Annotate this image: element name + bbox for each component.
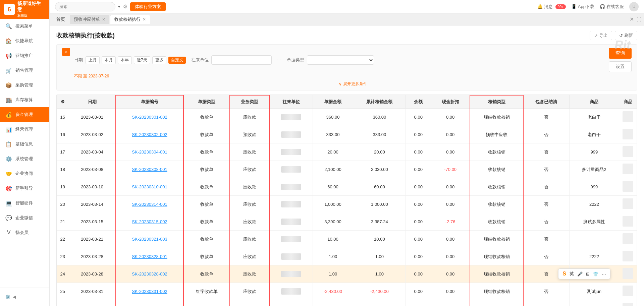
cell-doctype: 收款单 <box>183 213 230 231</box>
solution-button[interactable]: 体验行业方案 <box>130 2 166 11</box>
filter-date-7days[interactable]: 近7天 <box>134 56 150 64</box>
cell-goods2 <box>619 109 637 126</box>
cell-docno[interactable]: SK-20230314-001 <box>116 196 183 213</box>
sidebar-item-marketing[interactable]: 📢 营销推广 <box>0 48 49 63</box>
user-avatar[interactable]: U <box>629 2 639 11</box>
cell-goods2 <box>619 213 637 231</box>
tab-writeoff[interactable]: 收款核销执行 ✕ <box>110 15 150 24</box>
header-dropdown[interactable]: ▾ <box>118 4 120 9</box>
export-button[interactable]: ↗ 导出 <box>590 31 612 40</box>
sidebar-item-wechat[interactable]: 💬 企业微信 <box>0 210 49 225</box>
filter-date-thisyear[interactable]: 本年 <box>118 56 132 64</box>
sidebar-label-sales: 销售管理 <box>15 67 33 73</box>
cell-discount: -2.76 <box>431 213 470 231</box>
sidebar-label-inventory: 库存核算 <box>15 97 33 103</box>
sidebar-item-guide[interactable]: 🎯 新手引导 <box>0 181 49 196</box>
sidebar-label-quicknav: 快捷导航 <box>15 38 33 44</box>
vouchertype-select[interactable] <box>307 55 374 65</box>
tab-home[interactable]: 首页 <box>52 15 69 24</box>
cell-docno[interactable]: SK-20230301-002 <box>116 109 183 126</box>
sidebar-item-inventory[interactable]: 🏬 库存核算 <box>0 93 49 107</box>
filter-date-thismonth[interactable]: 本月 <box>102 56 116 64</box>
cell-docno[interactable]: SK-20230321-003 <box>116 231 183 248</box>
sidebar-item-collab[interactable]: 🤝 企业协同 <box>0 166 49 181</box>
cell-docno[interactable]: SK-20230403-002 <box>116 300 183 306</box>
cell-docno[interactable]: SK-20230302-002 <box>116 126 183 143</box>
cell-amount: 20.00 <box>313 300 353 306</box>
filter-date-custom[interactable]: 自定义 <box>168 57 186 64</box>
vouchertype-label: 单据类型 <box>287 57 304 63</box>
cell-balance: 0.00 <box>406 196 431 213</box>
th-writeofftype[interactable]: 核销类型 <box>470 95 523 109</box>
cell-docno[interactable]: SK-20230308-001 <box>116 161 183 178</box>
filter-date-lastmonth[interactable]: 上月 <box>86 56 100 64</box>
th-biztype[interactable]: 业务类型 <box>230 95 269 109</box>
cell-docno[interactable]: SK-20230328-002 <box>116 265 183 283</box>
ime-mic-icon[interactable]: 🎤 <box>577 271 583 277</box>
close-window-icon[interactable]: ✕ <box>630 16 634 22</box>
cell-docno[interactable]: SK-20230304-001 <box>116 143 183 161</box>
th-docno[interactable]: 单据编号 <box>116 95 183 109</box>
expand-icon: ∨ <box>339 82 342 86</box>
sidebar-item-member[interactable]: V 畅会员 <box>0 225 49 240</box>
partner-input[interactable] <box>211 55 272 65</box>
th-balance[interactable]: 余额 <box>406 95 431 109</box>
th-settings[interactable]: ⚙ <box>57 95 69 109</box>
cell-discount: 0.00 <box>431 126 470 143</box>
export-label: 导出 <box>599 33 608 39</box>
table-settings-button[interactable]: 设置 <box>609 61 632 72</box>
th-partner[interactable]: 往来单位 <box>269 95 313 109</box>
cell-biztype: 预收款 <box>230 300 269 306</box>
th-discount[interactable]: 现金折扣 <box>431 95 470 109</box>
th-date[interactable]: 日期 <box>69 95 116 109</box>
th-amount[interactable]: 单据金额 <box>313 95 353 109</box>
cell-biztype: 应收款 <box>230 161 269 178</box>
th-acc-amount[interactable]: 累计核销金额 <box>353 95 406 109</box>
ime-shirt-icon[interactable]: 👕 <box>593 271 598 277</box>
expand-filter-button[interactable]: ∨ 展开更多条件 <box>74 81 632 87</box>
sidebar-label-basic: 基础信息 <box>15 141 33 147</box>
th-goods2[interactable]: 商品 <box>619 95 637 109</box>
filter-date-more[interactable]: 更多 <box>152 56 166 64</box>
sidebar-settings[interactable]: ⚙️ ◀ <box>0 291 49 303</box>
refresh-button[interactable]: ↺ 刷新 <box>615 31 637 40</box>
sidebar-item-purchase[interactable]: 📦 采购管理 <box>0 78 49 93</box>
filter-toggle-button[interactable]: » <box>62 48 70 56</box>
sidebar-item-system[interactable]: ⚙️ 系统管理 <box>0 151 49 166</box>
table-row: 25 2023-03-31 SK-20230331-002 红字收款单 应收款 … <box>57 283 637 300</box>
tab-prepayment[interactable]: 预收冲应付单 ✕ <box>70 15 109 24</box>
cell-docno[interactable]: SK-20230310-001 <box>116 178 183 196</box>
cell-doctype: 红字收款单 <box>183 283 230 300</box>
sidebar-label-search: 搜索菜单 <box>15 23 33 29</box>
sidebar-item-operations[interactable]: 📊 经营管理 <box>0 122 49 137</box>
query-button[interactable]: 查询 <box>609 48 632 59</box>
cell-docno[interactable]: SK-20230315-002 <box>116 213 183 231</box>
cell-no: 25 <box>57 283 69 300</box>
sidebar-item-quicknav[interactable]: 🏠 快捷导航 <box>0 34 49 48</box>
th-goods1[interactable]: 商品 <box>569 95 619 109</box>
sidebar-item-sales[interactable]: 🛒 销售管理 <box>0 63 49 78</box>
ime-more-icon[interactable]: ⋯ <box>602 271 606 277</box>
header-gear-icon[interactable]: ⚙ <box>123 3 127 10</box>
sidebar-item-hardware[interactable]: 💻 智能硬件 <box>0 196 49 210</box>
notification-button[interactable]: 🔔 消息 99+ <box>537 4 566 10</box>
sidebar-item-finance[interactable]: 💰 资金管理 <box>0 107 49 122</box>
maximize-icon[interactable]: ⛶ <box>637 17 641 22</box>
header-search-input[interactable] <box>55 2 115 11</box>
cell-amount: 333.00 <box>313 126 353 143</box>
app-download-button[interactable]: 📱 App下载 <box>571 4 594 10</box>
tab-writeoff-close[interactable]: ✕ <box>143 17 146 22</box>
cell-docno[interactable]: SK-20230331-002 <box>116 283 183 300</box>
cell-partner <box>269 213 313 231</box>
th-doctype[interactable]: 单据类型 <box>183 95 230 109</box>
sidebar-item-search[interactable]: 🔍 搜索菜单 <box>0 19 49 34</box>
th-included[interactable]: 包含已结清 <box>523 95 569 109</box>
sidebar-item-basic[interactable]: 📋 基础信息 <box>0 137 49 151</box>
cell-acc-amount: -2,430.00 <box>353 283 406 300</box>
cell-no: 16 <box>57 126 69 143</box>
more-filter-dots[interactable]: ··· <box>277 57 281 63</box>
online-service-button[interactable]: 🎧 在线客服 <box>600 4 624 10</box>
ime-grid-icon[interactable]: ⊞ <box>586 271 590 277</box>
cell-docno[interactable]: SK-20230328-001 <box>116 248 183 265</box>
tab-prepayment-close[interactable]: ✕ <box>102 17 105 22</box>
